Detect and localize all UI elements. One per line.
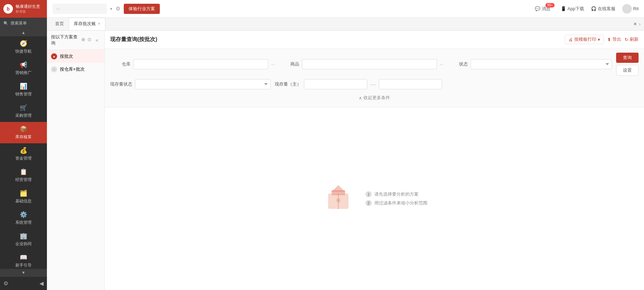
scheme-item-batch[interactable]: ● 按批次 xyxy=(47,50,104,63)
main-content: 现存量查询(按批次) 🖨 按模板打印 ▾ ⬆ 导出 ↻ 刷新 xyxy=(105,31,644,290)
nav-icon-guide: 📖 xyxy=(20,254,27,261)
nav-icon-finance: 💰 xyxy=(20,147,27,154)
app-download-btn[interactable]: 📱 App下载 xyxy=(561,6,584,12)
tab-home[interactable]: 首页 xyxy=(50,18,69,30)
filter-product-dots[interactable]: ··· xyxy=(440,62,443,67)
trial-btn[interactable]: 体验行业方案 xyxy=(124,4,160,14)
refresh-btn[interactable]: ↻ 刷新 xyxy=(625,36,639,42)
filter-status-select[interactable] xyxy=(471,59,612,69)
qty-separator: — xyxy=(370,81,376,88)
sidebar-item-quick-nav[interactable]: 🧭 快捷导航 xyxy=(0,36,47,58)
nav-icon-inventory: 📦 xyxy=(20,125,27,133)
nav-label-purchase: 采购管理 xyxy=(15,113,32,119)
filter-panel-actions: ⊕ ⊙ « xyxy=(81,37,100,43)
tab-active-label: 库存批次账 xyxy=(74,21,96,27)
page-header-actions: 🖨 按模板打印 ▾ ⬆ 导出 ↻ 刷新 xyxy=(565,35,639,44)
topbar: ▭ ▾ ⚙ 体验行业方案 💬 消息 99+ 📱 App下载 🎧 在线客服 Rit xyxy=(47,0,644,18)
template-print-dropdown-icon[interactable]: ▾ xyxy=(598,37,600,42)
topbar-actions: 💬 消息 99+ 📱 App下载 🎧 在线客服 Rit xyxy=(535,4,639,14)
sidebar-search[interactable]: 🔍 搜索菜单 xyxy=(0,18,47,29)
collapse-icon: ∧ xyxy=(359,95,362,101)
filter-warehouse-input[interactable] xyxy=(133,59,268,69)
empty-tip-2: 2 用过滤条件来缩小分析范围 xyxy=(366,200,427,206)
filter-field-warehouse: 仓库 ··· xyxy=(110,59,275,69)
filter-inventory-status-label: 现存量状态 xyxy=(110,81,132,87)
printer-icon: 🖨 xyxy=(569,37,573,42)
nav-label-guide: 新手引导 xyxy=(15,262,32,268)
topbar-search-icon: ▭ xyxy=(56,6,60,11)
sidebar-item-marketing[interactable]: 📢 营销推广 xyxy=(0,58,47,79)
sidebar-scroll-down[interactable]: ▼ xyxy=(0,269,47,276)
filter-warehouse-label: 仓库 xyxy=(110,61,131,67)
sidebar-item-enterprise[interactable]: 🏢 企业协同 xyxy=(0,229,47,250)
tab-arrow-right[interactable]: › xyxy=(639,21,641,27)
sidebar-scroll-up[interactable]: ▲ xyxy=(0,29,47,36)
scheme-dot-warehouse-batch: ○ xyxy=(51,66,57,72)
tab-inventory-batch[interactable]: 库存批次账 × xyxy=(69,18,105,30)
tabbar-right: × › xyxy=(633,21,641,27)
filter-main-qty-label: 现存量（主） xyxy=(275,81,301,87)
tab-close-icon[interactable]: × xyxy=(98,21,100,26)
settings-btn[interactable]: 设置 xyxy=(616,65,639,76)
nav-label-quick-nav: 快捷导航 xyxy=(15,49,32,54)
user-name: Rit xyxy=(633,6,639,11)
filter-settings-icon[interactable]: ⊙ xyxy=(87,37,91,43)
refresh-icon: ↻ xyxy=(625,37,628,42)
template-print-btn[interactable]: 🖨 按模板打印 ▾ xyxy=(565,35,604,44)
filter-main-qty-to[interactable] xyxy=(379,79,442,89)
page-close-btn[interactable]: × xyxy=(633,21,637,27)
filter-status-label: 状态 xyxy=(447,61,468,67)
filter-warehouse-dots[interactable]: ··· xyxy=(271,62,275,67)
filter-add-icon[interactable]: ⊕ xyxy=(81,37,85,43)
nav-label-finance: 资金管理 xyxy=(15,156,32,161)
sidebar-item-guide[interactable]: 📖 新手引导 xyxy=(0,250,47,269)
nav-label-basics: 基础信息 xyxy=(15,198,32,204)
nav-icon-system: ⚙️ xyxy=(20,211,27,218)
filter-collapse-btn[interactable]: « xyxy=(94,37,100,43)
topbar-gear-icon[interactable]: ⚙ xyxy=(116,5,120,12)
filter-inventory-status-select[interactable] xyxy=(135,79,271,89)
export-icon: ⬆ xyxy=(607,37,611,42)
filter-panel-header: 按以下方案查询 ⊕ ⊙ « xyxy=(47,31,104,50)
filter-main-qty-from[interactable] xyxy=(304,79,367,89)
sidebar-item-system[interactable]: ⚙️ 系统管理 xyxy=(0,207,47,229)
nav-label-marketing: 营销推广 xyxy=(15,70,32,76)
sidebar-item-purchase[interactable]: 🛒 采购管理 xyxy=(0,101,47,122)
filter-field-product: 商品 ··· xyxy=(279,59,443,69)
app-name: 畅康通好生意 xyxy=(16,4,40,10)
scheme-item-warehouse-batch[interactable]: ○ 按仓库+批次 xyxy=(47,63,104,76)
filter-field-main-quantity: 现存量（主） — xyxy=(275,79,442,89)
scheme-label-warehouse-batch: 按仓库+批次 xyxy=(60,66,85,72)
user-avatar xyxy=(622,4,632,14)
filter-product-input[interactable] xyxy=(302,59,437,69)
messages-btn[interactable]: 💬 消息 99+ xyxy=(535,6,550,12)
footer-collapse-icon[interactable]: ◀ xyxy=(39,280,44,287)
topbar-search-box[interactable]: ▭ xyxy=(52,4,107,14)
user-avatar-btn[interactable]: Rit xyxy=(622,4,639,14)
app-download-label: App下载 xyxy=(567,6,584,12)
filter-row-2: 现存量状态 现存量（主） — xyxy=(110,79,639,89)
sidebar-item-finance[interactable]: 💰 资金管理 xyxy=(0,143,47,165)
tip-num-1: 1 xyxy=(366,191,372,197)
query-btn[interactable]: 查询 xyxy=(616,53,639,63)
search-icon: 🔍 xyxy=(3,21,9,26)
sidebar-item-operations[interactable]: 📋 经营管理 xyxy=(0,165,47,186)
scheme-dot-batch: ● xyxy=(51,53,57,59)
sidebar-header: b 畅康通好生意 标准版 xyxy=(0,0,47,18)
export-btn[interactable]: ⬆ 导出 xyxy=(607,36,621,42)
tabbar: 首页 库存批次账 × × › xyxy=(47,18,644,31)
sidebar-item-inventory[interactable]: 📦 库存核算 xyxy=(0,122,47,143)
sidebar-nav: 🧭 快捷导航📢 营销推广📊 销售管理🛒 采购管理📦 库存核算💰 资金管理📋 xyxy=(0,36,47,269)
collapse-more-btn[interactable]: ∧ 收起更多条件 xyxy=(110,93,639,103)
topbar-dropdown[interactable]: ▾ xyxy=(110,6,112,11)
footer-settings-icon[interactable]: ⚙ xyxy=(3,280,8,287)
filter-field-status: 状态 xyxy=(447,59,612,69)
nav-label-sales: 销售管理 xyxy=(15,91,32,97)
sidebar-search-label: 搜索菜单 xyxy=(11,20,27,26)
sidebar-item-basics[interactable]: 🗂️ 基础信息 xyxy=(0,186,47,207)
scheme-label-batch: 按批次 xyxy=(60,53,73,59)
online-service-btn[interactable]: 🎧 在线客服 xyxy=(591,6,615,12)
sidebar-item-sales[interactable]: 📊 销售管理 xyxy=(0,79,47,101)
template-print-label: 按模板打印 xyxy=(574,36,596,42)
collapse-label: 收起更多条件 xyxy=(363,95,390,101)
